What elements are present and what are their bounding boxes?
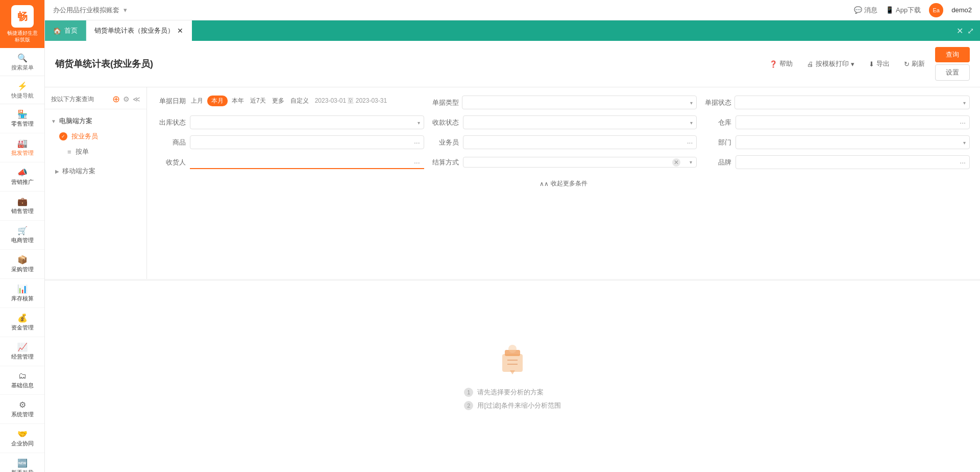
- doc-type-select[interactable]: [462, 96, 697, 109]
- message-btn[interactable]: 💬 消息: [854, 6, 877, 15]
- sidebar-item-retail[interactable]: 🏪 零售管理: [0, 104, 44, 133]
- goods-field: 商品 ···: [157, 135, 424, 149]
- user-avatar[interactable]: Ea: [929, 3, 943, 17]
- scheme-add-icon[interactable]: ⊕: [112, 93, 120, 105]
- settlement-control: ✕ ▾: [463, 157, 697, 168]
- scheme-collapse-icon[interactable]: ≪: [133, 95, 140, 103]
- sidebar-item-ecommerce-label: 电商管理: [11, 237, 34, 244]
- dept-field: 部门 ▾: [703, 135, 970, 149]
- tab-home[interactable]: 🏠 首页: [45, 20, 86, 41]
- shipment-select[interactable]: [190, 115, 424, 129]
- sidebar-item-marketing[interactable]: 📣 营销推广: [0, 162, 44, 192]
- settings-button[interactable]: 设置: [935, 64, 970, 81]
- settlement-clear-icon[interactable]: ✕: [672, 158, 680, 167]
- goods-control: ···: [190, 135, 424, 149]
- scheme-item-by-staff[interactable]: ✓ 按业务员: [45, 129, 146, 144]
- dept-select[interactable]: [736, 135, 970, 149]
- operation-icon: 📈: [17, 342, 28, 352]
- staff-field: 业务员 ···: [430, 135, 697, 149]
- username-label[interactable]: demo2: [951, 6, 972, 14]
- filter-area: 按以下方案查询 ⊕ ⚙ ≪ ▼ 电脑端方案 ✓ 按业务员: [45, 87, 980, 279]
- tab-sales-report[interactable]: 销货单统计表（按业务员） ✕: [86, 20, 192, 41]
- tip2-num: 2: [464, 401, 473, 410]
- goods-label: 商品: [157, 138, 186, 147]
- export-label: 导出: [876, 59, 890, 68]
- filter-form: 单据日期 上月 本月 本年 近7天 更多 自定义 2023-03-01 至 20…: [147, 87, 980, 279]
- consignee-field: 收货人 ···: [157, 155, 424, 169]
- sidebar-item-enterprise[interactable]: 🤝 企业协同: [0, 424, 44, 453]
- payment-field: 收款状态 ▾: [430, 115, 697, 129]
- scheme-panel-header: 按以下方案查询 ⊕ ⚙ ≪: [45, 93, 146, 109]
- scheme-pc-arrow-icon: ▼: [51, 119, 56, 124]
- doc-status-field: 单据状态 ▾: [703, 96, 970, 109]
- sidebar-item-sales[interactable]: 💼 销售管理: [0, 192, 44, 221]
- sidebar-item-purchase[interactable]: 📦 采购管理: [0, 250, 44, 279]
- scheme-subitem-icon: ≡: [67, 148, 71, 156]
- sidebar-item-wholesale[interactable]: 🏭 批发管理: [0, 133, 44, 162]
- system-icon: ⚙: [19, 400, 26, 410]
- payment-select[interactable]: [463, 115, 697, 129]
- sidebar-item-system[interactable]: ⚙ 系统管理: [0, 395, 44, 424]
- app-download-btn[interactable]: 📱 App下载: [886, 6, 921, 15]
- scheme-section-mobile[interactable]: ▶ 移动端方案: [45, 163, 146, 179]
- tab-close-icon[interactable]: ✕: [177, 27, 183, 34]
- empty-tip-2: 2 用[过滤]条件来缩小分析范围: [464, 401, 560, 410]
- scheme-item-by-order[interactable]: ≡ 按单: [45, 144, 146, 159]
- scheme-pc-header[interactable]: ▼ 电脑端方案: [45, 113, 146, 129]
- svg-rect-0: [502, 354, 523, 372]
- refresh-icon: ↻: [904, 60, 910, 68]
- date-option-last-month[interactable]: 上月: [189, 96, 205, 106]
- scheme-item-by-staff-label: 按业务员: [71, 132, 98, 141]
- consignee-input[interactable]: [190, 155, 424, 169]
- date-option-more[interactable]: 更多: [270, 96, 286, 106]
- sidebar-quicknav-btn[interactable]: ⚡ 快捷导航: [0, 76, 44, 104]
- tab-close-window-icon[interactable]: ✕: [957, 26, 963, 36]
- sidebar-item-operation[interactable]: 📈 经营管理: [0, 337, 44, 366]
- topbar-right: 💬 消息 📱 App下载 Ea demo2: [854, 3, 972, 17]
- doc-status-select[interactable]: [734, 96, 970, 109]
- scheme-settings-icon[interactable]: ⚙: [123, 95, 130, 103]
- enterprise-icon: 🤝: [17, 429, 28, 439]
- sidebar-item-finance[interactable]: 💰 资金管理: [0, 308, 44, 337]
- collapse-btn[interactable]: ∧∧ 收起更多条件: [157, 175, 970, 192]
- date-option-7days[interactable]: 近7天: [248, 96, 268, 106]
- brand-input[interactable]: [736, 155, 970, 169]
- date-options-group: 上月 本月 本年 近7天 更多 自定义 2023-03-01 至 2023-03…: [189, 96, 387, 106]
- sidebar-search-btn[interactable]: 🔍 搜索菜单: [0, 48, 44, 76]
- sidebar-item-purchase-label: 采购管理: [11, 266, 34, 273]
- settlement-label: 结算方式: [430, 158, 459, 167]
- staff-label: 业务员: [430, 138, 459, 147]
- staff-input[interactable]: [463, 135, 697, 149]
- topbar: 办公用品行业模拟账套 ▾ 💬 消息 📱 App下载 Ea demo2: [45, 0, 980, 20]
- settlement-field: 结算方式 ✕ ▾: [430, 155, 697, 169]
- tip1-num: 1: [464, 388, 473, 397]
- date-filter-label: 单据日期: [157, 97, 186, 106]
- sidebar-item-marketing-label: 营销推广: [11, 178, 34, 186]
- refresh-btn[interactable]: ↻ 刷新: [900, 57, 929, 70]
- tab-expand-icon[interactable]: ⤢: [967, 26, 974, 36]
- warehouse-input[interactable]: [736, 115, 970, 129]
- breadcrumb-dropdown-icon[interactable]: ▾: [124, 6, 127, 14]
- print-btn[interactable]: 🖨 按模板打印 ▾: [803, 57, 859, 70]
- sidebar-items: 🏪 零售管理 🏭 批发管理 📣 营销推广 💼 销售管理 🛒 电商管理 📦 采购管…: [0, 104, 44, 472]
- settlement-chevron-icon: ▾: [690, 159, 692, 165]
- app-download-label: App下载: [896, 6, 921, 15]
- sidebar-item-retail-label: 零售管理: [11, 120, 34, 128]
- sidebar-item-inventory-label: 库存核算: [11, 295, 34, 302]
- sidebar-item-inventory[interactable]: 📊 库存核算: [0, 279, 44, 308]
- scheme-mobile-label: 移动端方案: [62, 167, 95, 176]
- sidebar-item-newbie-label: 新手引导: [11, 469, 34, 472]
- sidebar-item-ecommerce[interactable]: 🛒 电商管理: [0, 221, 44, 250]
- export-btn[interactable]: ⬇ 导出: [865, 57, 894, 70]
- sidebar-logo[interactable]: 畅 畅捷通好生意 标筑版: [0, 0, 44, 48]
- brand-label: 品牌: [703, 158, 731, 167]
- sidebar-item-basic[interactable]: 🗂 基础信息: [0, 366, 44, 395]
- date-option-this-year[interactable]: 本年: [230, 96, 246, 106]
- date-option-this-month[interactable]: 本月: [207, 96, 228, 106]
- goods-input[interactable]: [190, 135, 424, 149]
- query-button[interactable]: 查询: [935, 47, 970, 62]
- sales-icon: 💼: [17, 197, 28, 206]
- sidebar-item-newbie[interactable]: 🆕 新手引导: [0, 453, 44, 472]
- date-option-custom[interactable]: 自定义: [288, 96, 311, 106]
- help-btn[interactable]: ❓ 帮助: [765, 57, 797, 70]
